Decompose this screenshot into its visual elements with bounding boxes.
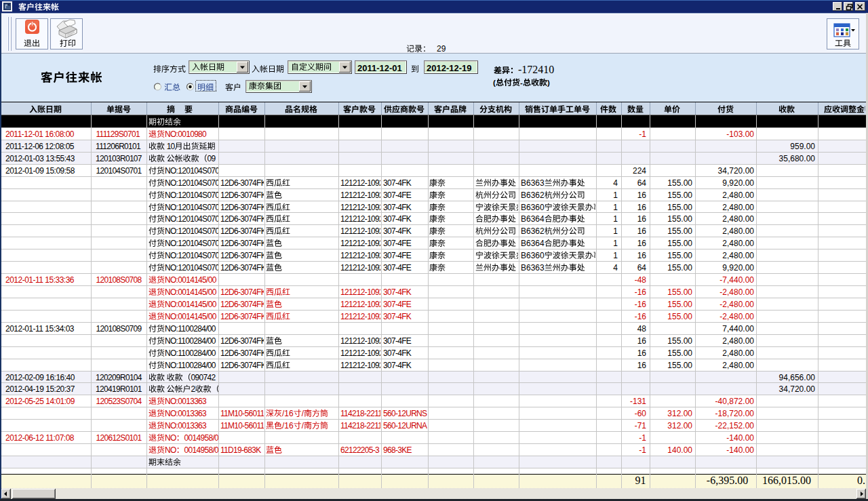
svg-text:NO:0013363: NO:0013363 — [165, 421, 207, 430]
svg-text:1: 1 — [613, 239, 618, 248]
svg-text:0014958/0: 0014958/0 — [184, 445, 219, 455]
svg-text:NO:0014145/00: NO:0014145/00 — [165, 275, 217, 285]
svg-text:12D6-3074FK: 12D6-3074FK — [220, 191, 267, 200]
svg-text:155.00: 155.00 — [667, 191, 692, 200]
svg-text:NO:0014145/00: NO:0014145/00 — [165, 300, 217, 309]
svg-text:1: 1 — [613, 214, 618, 224]
svg-text:114218-2211: 114218-2211 — [340, 409, 382, 418]
svg-text:12D6-3074FK: 12D6-3074FK — [220, 214, 267, 224]
svg-text:12D6-3074FK: 12D6-3074FK — [220, 336, 267, 346]
svg-text:120209R0104: 120209R0104 — [96, 373, 142, 382]
svg-text:NO:1100284/00: NO:1100284/00 — [165, 361, 216, 370]
svg-text:2011-12-06 12:08:05: 2011-12-06 12:08:05 — [5, 142, 75, 151]
svg-text:140.00: 140.00 — [667, 445, 692, 455]
svg-text:16: 16 — [637, 348, 647, 358]
svg-text:307-4FK: 307-4FK — [383, 287, 412, 297]
svg-text:2012-02-09 16:16:40: 2012-02-09 16:16:40 — [5, 373, 75, 382]
svg-text:307-4FE: 307-4FE — [383, 251, 412, 260]
svg-text:NO:120104S0701: NO:120104S0701 — [165, 191, 224, 200]
svg-text:2,480.00: 2,480.00 — [722, 348, 754, 358]
svg-text:312.00: 312.00 — [667, 409, 692, 418]
svg-text:48: 48 — [637, 324, 647, 334]
svg-text:2: 2 — [191, 384, 196, 394]
svg-text:155.00: 155.00 — [667, 214, 692, 224]
svg-text:34,720.00: 34,720.00 — [779, 384, 816, 394]
svg-text:121212-1092: 121212-1092 — [340, 226, 384, 236]
svg-text:2011-12-01 16:08:00: 2011-12-01 16:08:00 — [5, 129, 75, 139]
svg-text:155.00: 155.00 — [667, 251, 692, 260]
svg-text:NO:120104S0701: NO:120104S0701 — [165, 178, 224, 188]
svg-text:121212-1092: 121212-1092 — [340, 312, 384, 321]
svg-text:121212-1092: 121212-1092 — [340, 203, 384, 212]
svg-text:NO:0013363: NO:0013363 — [165, 397, 207, 406]
svg-text:16: 16 — [637, 361, 647, 370]
svg-text:/16: /16 — [282, 409, 294, 418]
svg-text:4: 4 — [613, 263, 618, 273]
svg-text:2011-12-01: 2011-12-01 — [357, 63, 402, 73]
svg-text:-2,480.00: -2,480.00 — [719, 312, 754, 321]
svg-text:(: ( — [493, 79, 496, 87]
svg-text:1: 1 — [613, 251, 618, 260]
svg-text:2,480.00: 2,480.00 — [722, 191, 754, 200]
svg-text:-131: -131 — [630, 397, 646, 406]
svg-text:35,680.00: 35,680.00 — [779, 154, 816, 163]
svg-text:9,920.00: 9,920.00 — [722, 263, 754, 273]
svg-text:111129S0701: 111129S0701 — [96, 129, 140, 139]
svg-text:64: 64 — [637, 263, 647, 273]
svg-text:NO:0014145/00: NO:0014145/00 — [165, 312, 217, 321]
svg-text:1: 1 — [613, 226, 618, 236]
svg-text:-7,440.00: -7,440.00 — [719, 275, 754, 285]
svg-text:10: 10 — [165, 142, 176, 151]
svg-text:-18,720.00: -18,720.00 — [715, 409, 755, 418]
svg-text:-1: -1 — [639, 445, 646, 455]
svg-text:120103R0107: 120103R0107 — [96, 154, 142, 163]
svg-text:2012-04-19 15:20:37: 2012-04-19 15:20:37 — [5, 384, 75, 394]
svg-text:B6364: B6364 — [521, 214, 545, 224]
svg-text:16: 16 — [637, 203, 647, 212]
svg-text:120108S0708: 120108S0708 — [96, 275, 142, 285]
svg-text:NO:120104S0701: NO:120104S0701 — [165, 214, 224, 224]
svg-text:B6362: B6362 — [521, 191, 545, 200]
svg-text:968-3KE: 968-3KE — [383, 445, 412, 455]
svg-text:NO:120104S0701: NO:120104S0701 — [165, 226, 224, 236]
svg-text:121212-1092: 121212-1092 — [340, 336, 384, 346]
svg-text:9,920.00: 9,920.00 — [722, 178, 754, 188]
svg-text:2,480.00: 2,480.00 — [722, 361, 754, 370]
svg-text:2012-01-03 13:55:43: 2012-01-03 13:55:43 — [5, 154, 75, 163]
svg-text:94,656.00: 94,656.00 — [779, 373, 816, 382]
svg-text:224: 224 — [633, 166, 646, 176]
svg-text:NO:1100284/00: NO:1100284/00 — [165, 336, 216, 346]
svg-text:12D6-3074FK: 12D6-3074FK — [220, 178, 267, 188]
svg-text:7,440.00: 7,440.00 — [722, 324, 754, 334]
svg-text:-40,872.00: -40,872.00 — [715, 397, 755, 406]
svg-text:155.00: 155.00 — [667, 348, 692, 358]
svg-text:B6360: B6360 — [521, 251, 545, 260]
svg-text:155.00: 155.00 — [667, 287, 692, 297]
svg-text:-140.00: -140.00 — [726, 445, 754, 455]
svg-text:64: 64 — [637, 178, 647, 188]
svg-text:B6363: B6363 — [521, 263, 545, 273]
svg-text:121212-1092: 121212-1092 — [340, 239, 384, 248]
svg-text:91: 91 — [635, 475, 646, 486]
svg-text:2,480.00: 2,480.00 — [722, 203, 754, 212]
svg-text:16: 16 — [637, 251, 647, 260]
svg-text:11M10-56011: 11M10-56011 — [220, 421, 265, 430]
svg-text:NO:0010980: NO:0010980 — [165, 129, 207, 139]
svg-text:155.00: 155.00 — [667, 263, 692, 273]
svg-text:2,480.00: 2,480.00 — [722, 336, 754, 346]
svg-text:155.00: 155.00 — [667, 300, 692, 309]
svg-text:12D6-3074FK: 12D6-3074FK — [220, 361, 267, 370]
svg-text:121212-1092: 121212-1092 — [340, 263, 384, 273]
svg-text:155.00: 155.00 — [667, 226, 692, 236]
svg-text:NO:120104S0701: NO:120104S0701 — [165, 263, 224, 273]
svg-text:16: 16 — [637, 336, 647, 346]
svg-text:-16: -16 — [635, 300, 647, 309]
svg-text:16: 16 — [637, 191, 647, 200]
svg-text:12D6-3074FK: 12D6-3074FK — [220, 239, 267, 248]
svg-text:-103.00: -103.00 — [726, 129, 754, 139]
svg-text:120612S0101: 120612S0101 — [96, 433, 142, 443]
svg-text:-1: -1 — [639, 433, 646, 443]
svg-text:16: 16 — [637, 214, 647, 224]
svg-text:166,015.00: 166,015.00 — [762, 475, 811, 486]
svg-text:16: 16 — [637, 226, 647, 236]
